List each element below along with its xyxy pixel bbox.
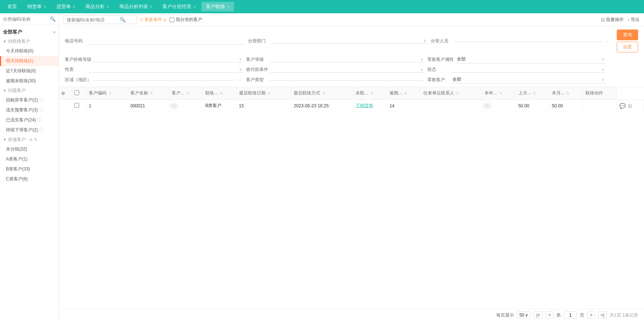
edit-icon[interactable]: ✎ [34,137,38,142]
prev-page-btn[interactable]: < [546,311,553,319]
customer-type-label: 客户类型 [246,77,268,83]
close-contact-icon[interactable]: × [227,5,230,9]
sidebar-item-today[interactable]: 今天待联络(0) [0,46,59,56]
next-page-btn[interactable]: > [587,311,595,319]
col-type[interactable]: 客户... ⇅ [169,87,203,100]
sidebar-search-input[interactable] [3,17,48,22]
dots-icon[interactable]: ··· [604,38,611,44]
status-label: 状态 [427,66,449,73]
sidebar-item-overdue[interactable]: 逾期未联络(30) [0,76,59,86]
search-icon: 🔍 [120,17,126,23]
close-segment-icon[interactable]: × [193,5,196,9]
chevron-down-pg: ∨ [525,313,528,318]
retail-attr-select[interactable]: 全部 ∨ [455,55,606,63]
search-input[interactable] [67,17,118,23]
col-settings[interactable]: ⚙ [59,87,72,100]
col-code[interactable]: 客户编码 ⇅ [87,87,128,100]
retail-customer-select[interactable]: 全部 ∨ [451,76,606,84]
row-last-method[interactable]: 下销货单 [353,100,387,112]
col-last-method[interactable]: 最后联络方式 ⇅ [291,87,353,100]
sidebar-item-lost[interactable]: 已流失客户(24) ⓘ [0,115,59,125]
row-checkbox[interactable] [72,100,87,112]
row-this-month [583,100,617,112]
sidebar-item-ungrouped[interactable]: 未分组(32) [0,144,59,154]
arrow-pending-icon: ▼ [3,39,7,44]
chevron-up-icon: ∧ [163,17,167,23]
nav-item-customer-contact[interactable]: 客户联络 × [202,2,234,11]
sidebar-item-typeA[interactable]: A类客户(1) [0,154,59,164]
filter-more-btn[interactable]: ▽ 更多条件 ∧ [140,17,167,23]
search-icon: 🔍 [50,16,56,22]
my-customers-checkbox[interactable] [169,17,174,22]
my-customers-checkbox-label[interactable]: 我分管的客户 [169,17,202,23]
col-this-month[interactable]: 本月... ⇅ [549,87,583,100]
sidebar-item-warning[interactable]: 流失预警客户(3) ⓘ [0,105,59,115]
sidebar-item-repurchase[interactable]: 回购异常客户(2) ⓘ [0,95,59,105]
sidebar-item-tomorrow[interactable]: 明天待联络(1) [0,56,59,66]
gender-select[interactable]: ∨ [88,67,243,73]
sidebar-item-declining[interactable]: 持续下滑客户(2) ⓘ [0,125,59,135]
row-name: Ea [169,100,203,112]
close-analysis-icon[interactable]: × [107,5,109,9]
row-actions: 💬 ⊞ [617,100,644,112]
first-page-btn[interactable]: |< [534,311,543,319]
info-icon-warning: ⓘ [39,107,43,113]
total-info: 共1页 1条记录 [610,312,638,318]
refresh-icon[interactable]: ↺ [29,137,32,142]
col-this-year[interactable]: 本年... ⇅ [482,87,516,100]
nav-item-home[interactable]: 首页 [3,2,21,11]
customer-value-select[interactable]: ∨ [93,56,243,62]
nav-item-customer-segment[interactable]: 客户分层经营 × [158,2,200,11]
row-select-checkbox[interactable] [74,103,79,108]
set-button[interactable]: 设置 [617,42,638,52]
sidebar-item-typeC[interactable]: C类客户(6) [0,174,59,184]
status-select[interactable]: ∨ [451,67,606,73]
phone-input[interactable] [88,38,245,45]
page-suffix: 页 [580,312,584,318]
row-last-month: 50.00 [549,100,583,112]
col-uncontacted[interactable]: 未联... ⇅ [353,87,387,100]
col-checkbox[interactable] [72,87,87,100]
last-method-link[interactable]: 下销货单 [356,103,373,108]
dept-select[interactable]: ∨ [272,38,428,44]
col-contact[interactable]: 联络... ⇅ [203,87,237,100]
region-dots-icon[interactable]: ··· [237,77,243,82]
filter-actions: 查询 设置 [617,30,638,52]
grid-action-icon[interactable]: ⊞ [628,103,632,109]
dept-label: 分管部门 [248,38,270,44]
nav-item-sales[interactable]: 销货单 × [23,2,50,11]
row-contact: 15 [237,100,291,112]
dept-filter-field: 分管部门 ∨ [248,38,428,44]
sidebar-item-7days[interactable]: 近7天待联络(0) [0,66,59,76]
nav-item-purchase[interactable]: 进货单 × [52,2,80,11]
customer-level-label: 客户等级 [246,56,268,63]
sidebar-section-pending: ▼ 待联络客户 [0,37,59,46]
nav-item-analysis-list[interactable]: 商品分析列表 × [115,2,157,11]
sidebar-search-bar: 🔍 [0,13,59,25]
page-input[interactable] [564,311,577,319]
sidebar-item-typeB[interactable]: B类客户(33) [0,164,59,174]
col-name[interactable]: 客户名称 ⇅ [128,87,169,100]
nav-item-analysis[interactable]: 商品分析 × [81,2,113,11]
close-analysis-list-icon[interactable]: × [150,5,153,9]
message-action-icon[interactable]: 💬 [619,103,626,109]
query-button[interactable]: 查询 [617,30,638,40]
col-overdue[interactable]: 逾期... ⇅ [387,87,421,100]
person-input[interactable] [454,40,603,42]
export-btn[interactable]: ↑ 导出 [627,17,640,23]
close-purchase-icon[interactable]: × [73,5,75,9]
customer-type-input[interactable] [270,79,424,81]
batch-btn[interactable]: ☑ 批量操作 [601,17,624,23]
close-sales-icon[interactable]: × [44,5,46,9]
col-unit-contact[interactable]: 往来单位联系人 ⇅ [421,87,482,100]
per-page-select[interactable]: 50 ∨ [517,311,531,319]
collapse-icon[interactable]: « [53,30,56,35]
customer-value-filter: 客户价格等级 ∨ [65,56,243,63]
customer-level-select[interactable]: ∨ [270,56,424,62]
region-input[interactable] [93,79,235,81]
col-last-month[interactable]: 上月... ⇅ [516,87,549,100]
col-last-date[interactable]: 最后联络日期 ⇅ [237,87,291,100]
last-page-btn[interactable]: >| [598,311,607,319]
payment-select[interactable]: ∨ [270,67,424,73]
select-all-checkbox[interactable] [74,90,79,95]
